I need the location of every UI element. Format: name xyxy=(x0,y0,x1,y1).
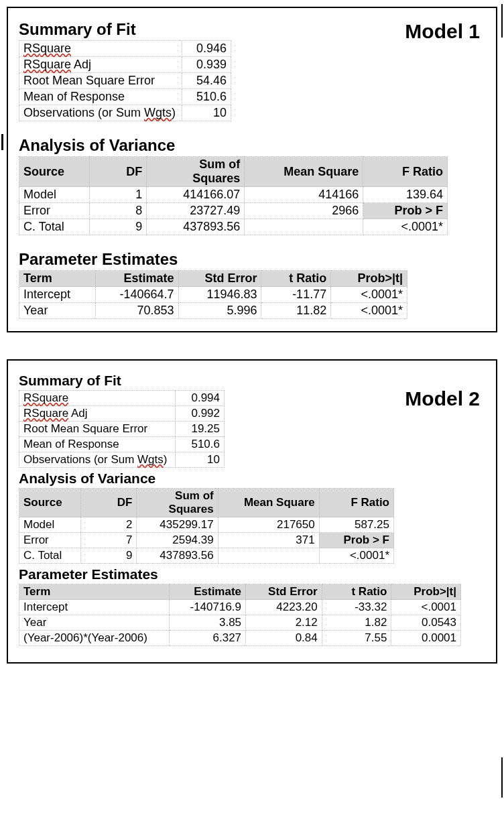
cell: 23727.49 xyxy=(147,203,245,219)
cell: 1 xyxy=(90,187,147,203)
cell: 6.327 xyxy=(170,631,246,646)
cell: Model xyxy=(19,517,81,533)
col-fratio: F Ratio xyxy=(319,489,393,517)
sof-value: 10 xyxy=(176,452,225,468)
cell: <.0001* xyxy=(319,548,393,564)
col-source: Source xyxy=(19,157,90,187)
table-header-row: Source DF Sum ofSquares Mean Square F Ra… xyxy=(19,157,448,187)
sof-label: RSquare xyxy=(19,41,182,57)
sof-label: Observations (or Sum Wgts) xyxy=(19,452,176,468)
sof-label: RSquare Adj xyxy=(19,406,176,422)
cell: 437893.56 xyxy=(137,548,218,564)
pe-table: Term Estimate Std Error t Ratio Prob>|t|… xyxy=(19,270,407,319)
cell: -140716.9 xyxy=(170,600,246,615)
cell: 2594.39 xyxy=(137,533,218,548)
cell: C. Total xyxy=(19,548,81,564)
cell: Year xyxy=(19,303,96,319)
col-tratio: t Ratio xyxy=(322,584,391,600)
sof-value: 510.6 xyxy=(182,89,231,105)
table-row: C. Total 9 437893.56 <.0001* xyxy=(19,219,448,235)
col-meansq: Mean Square xyxy=(218,489,319,517)
sof-value: 10 xyxy=(182,105,231,121)
table-row: Root Mean Square Error 54.46 xyxy=(19,73,231,89)
cell: Intercept xyxy=(19,287,96,303)
table-row: Error 7 2594.39 371 Prob > F xyxy=(19,533,394,548)
aov-title: Analysis of Variance xyxy=(19,136,485,155)
sof-table: RSquare 0.946 RSquare Adj 0.939 Root Mea… xyxy=(19,40,231,121)
sof-title-2: Summary of Fit xyxy=(19,373,485,389)
table-row: RSquare Adj 0.992 xyxy=(19,406,225,422)
cell: <.0001* xyxy=(331,303,407,319)
cell: 217650 xyxy=(218,517,319,533)
sof-value: 0.994 xyxy=(176,391,225,406)
cell: C. Total xyxy=(19,219,90,235)
cell: -33.32 xyxy=(322,600,391,615)
probf-header: Prob > F xyxy=(319,533,393,548)
cell: 0.84 xyxy=(246,631,322,646)
cell: Year xyxy=(19,615,170,631)
col-term: Term xyxy=(19,271,96,287)
table-row: Model 1 414166.07 414166 139.64 xyxy=(19,187,448,203)
sof-label: Observations (or Sum Wgts) xyxy=(19,105,182,121)
table-row: Observations (or Sum Wgts) 10 xyxy=(19,105,231,121)
col-tratio: t Ratio xyxy=(261,271,331,287)
cell: <.0001 xyxy=(391,600,461,615)
cell: 2.12 xyxy=(246,615,322,631)
cell: Error xyxy=(19,533,81,548)
sof-table-2: RSquare 0.994 RSquare Adj 0.992 Root Mea… xyxy=(19,390,225,468)
cell: 7.55 xyxy=(322,631,391,646)
cell: 371 xyxy=(218,533,319,548)
sof-value: 19.25 xyxy=(176,422,225,437)
cell: 9 xyxy=(81,548,137,564)
cell: 0.0543 xyxy=(391,615,461,631)
cell: (Year-2006)*(Year-2006) xyxy=(19,631,170,646)
table-row: Year 70.853 5.996 11.82 <.0001* xyxy=(19,303,407,319)
cell: 0.0001 xyxy=(391,631,461,646)
aov-table: Source DF Sum ofSquares Mean Square F Ra… xyxy=(19,156,448,235)
table-header-row: Term Estimate Std Error t Ratio Prob>|t| xyxy=(19,271,407,287)
cursor-mark-icon xyxy=(501,4,503,38)
model1-label: Model 1 xyxy=(405,20,480,43)
cell: 4223.20 xyxy=(246,600,322,615)
cell: Intercept xyxy=(19,600,170,615)
col-probt: Prob>|t| xyxy=(331,271,407,287)
cell xyxy=(245,219,363,235)
sof-label: Mean of Response xyxy=(19,437,176,452)
cell: 414166 xyxy=(245,187,363,203)
sof-label: Mean of Response xyxy=(19,89,182,105)
col-stderr: Std Error xyxy=(178,271,261,287)
pe-table-2: Term Estimate Std Error t Ratio Prob>|t|… xyxy=(19,584,461,646)
table-row: RSquare Adj 0.939 xyxy=(19,57,231,73)
cell: 2 xyxy=(81,517,137,533)
col-estimate: Estimate xyxy=(170,584,246,600)
cell: 2966 xyxy=(245,203,363,219)
table-row: Root Mean Square Error 19.25 xyxy=(19,422,225,437)
table-row: C. Total 9 437893.56 <.0001* xyxy=(19,548,394,564)
cell: 11.82 xyxy=(261,303,331,319)
cell: 11946.83 xyxy=(178,287,261,303)
cell: <.0001* xyxy=(363,219,448,235)
col-sumsq: Sum ofSquares xyxy=(147,157,245,187)
pe-title: Parameter Estimates xyxy=(19,250,485,269)
sof-value: 0.992 xyxy=(176,406,225,422)
col-estimate: Estimate xyxy=(95,271,178,287)
model1-panel: Model 1 Summary of Fit RSquare 0.946 RSq… xyxy=(7,7,497,332)
col-fratio: F Ratio xyxy=(363,157,448,187)
probf-header: Prob > F xyxy=(363,203,448,219)
table-header-row: Term Estimate Std Error t Ratio Prob>|t| xyxy=(19,584,461,600)
cell: 8 xyxy=(90,203,147,219)
cursor-mark-icon xyxy=(1,134,3,150)
table-row: RSquare 0.994 xyxy=(19,391,225,406)
col-meansq: Mean Square xyxy=(245,157,363,187)
col-probt: Prob>|t| xyxy=(391,584,461,600)
sof-value: 0.946 xyxy=(182,41,231,57)
sof-value: 54.46 xyxy=(182,73,231,89)
sof-label: RSquare xyxy=(19,391,176,406)
model2-panel: Model 2 Summary of Fit RSquare 0.994 RSq… xyxy=(7,359,497,664)
cell: -140664.7 xyxy=(95,287,178,303)
cell: 435299.17 xyxy=(137,517,218,533)
table-row: Year 3.85 2.12 1.82 0.0543 xyxy=(19,615,461,631)
sof-label: RSquare Adj xyxy=(19,57,182,73)
table-row: Error 8 23727.49 2966 Prob > F xyxy=(19,203,448,219)
sof-value: 510.6 xyxy=(176,437,225,452)
